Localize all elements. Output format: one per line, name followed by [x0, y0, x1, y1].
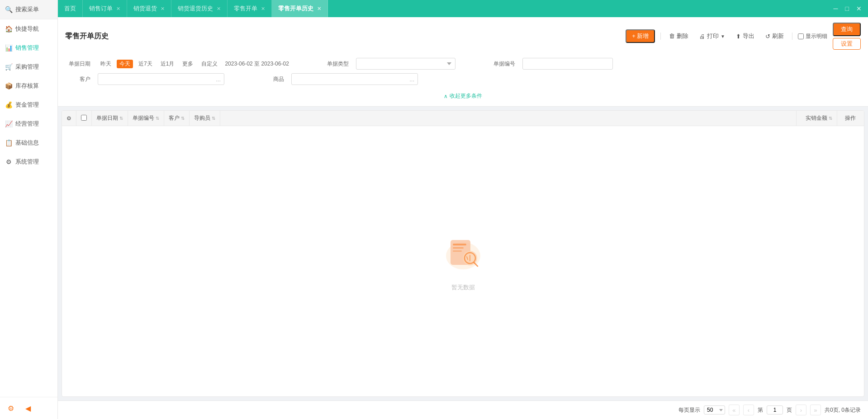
- date-7days[interactable]: 近7天: [136, 60, 155, 68]
- goods-dots[interactable]: ...: [409, 76, 414, 83]
- th-customer-label: 客户: [169, 114, 180, 122]
- th-doc-date[interactable]: 单据日期 ⇅: [92, 111, 128, 126]
- show-detail-input[interactable]: [798, 33, 804, 39]
- table-wrapper: ⚙ 单据日期 ⇅ 单据编号: [62, 110, 864, 397]
- select-all-checkbox[interactable]: [81, 115, 87, 121]
- th-settings[interactable]: ⚙: [62, 111, 76, 126]
- last-page-btn[interactable]: »: [810, 405, 821, 415]
- next-page-btn[interactable]: ›: [796, 405, 806, 415]
- show-detail-checkbox[interactable]: 显示明细: [798, 33, 827, 40]
- date-today[interactable]: 今天: [117, 60, 133, 68]
- search-icon: 🔍: [5, 5, 13, 14]
- doc-date-sort-icon: ⇅: [119, 116, 123, 121]
- per-page-select[interactable]: 10 20 50 100: [704, 405, 725, 414]
- print-button[interactable]: 🖨 🖨 打印 打印 ▼: [697, 31, 728, 42]
- delete-button[interactable]: 🗑 删除: [666, 31, 691, 42]
- tab-sales-order[interactable]: 销售订单 ✕: [83, 0, 127, 17]
- th-doc-date-label: 单据日期: [96, 114, 118, 122]
- th-checkbox[interactable]: [76, 111, 92, 126]
- date-1month[interactable]: 近1月: [158, 60, 177, 68]
- sidebar-item-inventory[interactable]: 📦 库存核算: [0, 76, 57, 95]
- tab-retail-open-close[interactable]: ✕: [261, 6, 265, 12]
- close-btn[interactable]: ✕: [854, 4, 863, 13]
- th-customer[interactable]: 客户 ⇅: [164, 111, 190, 126]
- print-dropdown-icon: ▼: [721, 34, 725, 39]
- tab-home-label: 首页: [64, 5, 76, 13]
- doc-no-input[interactable]: [522, 58, 613, 70]
- sidebar-item-sales-mgmt[interactable]: 📊 销售管理: [0, 38, 57, 57]
- date-custom[interactable]: 自定义: [199, 60, 220, 68]
- minimize-btn[interactable]: ─: [832, 4, 840, 13]
- empty-state: 暂无数据: [62, 126, 864, 396]
- settings-icon: ⚙: [66, 115, 71, 122]
- tab-retail-open[interactable]: 零售开单 ✕: [228, 0, 272, 17]
- sidebar-item-label: 采购管理: [15, 63, 39, 71]
- quick-nav-icon: 🏠: [5, 25, 13, 33]
- tab-sales-return[interactable]: 销货退货 ✕: [127, 0, 171, 17]
- page-number-input[interactable]: [767, 405, 783, 414]
- total-info: 共0页, 0条记录: [825, 406, 861, 414]
- tab-home[interactable]: 首页: [58, 0, 83, 17]
- date-yesterday[interactable]: 昨天: [98, 60, 114, 68]
- th-action-label: 操作: [845, 115, 856, 121]
- inventory-icon: 📦: [5, 82, 13, 90]
- sidebar-item-label: 库存核算: [15, 82, 39, 90]
- sidebar-search-label: 搜索采单: [15, 5, 39, 14]
- doc-no-label: 单据编号: [490, 60, 515, 68]
- prev-page-btn[interactable]: ‹: [743, 405, 754, 415]
- customer-input[interactable]: [98, 73, 224, 85]
- goods-input[interactable]: [291, 73, 418, 85]
- customer-dots[interactable]: ...: [216, 76, 221, 83]
- sales-mgmt-icon: 📊: [5, 44, 13, 52]
- tab-sales-return-history[interactable]: 销货退货历史 ✕: [171, 0, 228, 17]
- doc-type-select[interactable]: [356, 58, 455, 70]
- sidebar-item-quick-nav[interactable]: 🏠 快捷导航: [0, 19, 57, 38]
- svg-rect-3: [453, 247, 464, 249]
- tab-retail-open-history-label: 零售开单历史: [278, 5, 313, 13]
- show-detail-label: 显示明细: [806, 33, 827, 40]
- first-page-icon: «: [732, 407, 735, 414]
- settings-footer-icon[interactable]: ⚙: [5, 402, 17, 414]
- first-page-btn[interactable]: «: [729, 405, 740, 415]
- sidebar-item-purchase-mgmt[interactable]: 🛒 采购管理: [0, 57, 57, 76]
- sidebar-item-operations[interactable]: 📈 经营管理: [0, 114, 57, 133]
- tab-sales-return-close[interactable]: ✕: [161, 6, 165, 12]
- collapse-more-btn[interactable]: ∧ 收起更多条件: [444, 90, 482, 102]
- svg-rect-2: [453, 244, 466, 245]
- sidebar-search[interactable]: 🔍 搜索采单: [0, 0, 57, 19]
- date-range-value: 2023-06-02 至 2023-06-02: [225, 60, 289, 68]
- date-shortcuts: 昨天 今天 近7天 近1月 更多 自定义 2023-06-02 至 2023-0…: [98, 60, 289, 68]
- date-more[interactable]: 更多: [180, 60, 196, 68]
- settings-button[interactable]: 设置: [833, 38, 861, 50]
- tab-sales-return-history-close[interactable]: ✕: [217, 6, 221, 12]
- th-doc-no[interactable]: 单据编号 ⇅: [128, 111, 164, 126]
- sidebar-item-label: 基础信息: [15, 139, 39, 147]
- add-button[interactable]: + 新增: [626, 29, 655, 43]
- tab-sales-order-label: 销售订单: [89, 5, 113, 13]
- sidebar-item-finance[interactable]: 💰 资金管理: [0, 95, 57, 114]
- sidebar-item-label: 快捷导航: [15, 25, 39, 33]
- goods-filter-label: 商品: [259, 75, 284, 83]
- page-label-after: 页: [787, 406, 792, 414]
- refresh-button[interactable]: ↺ 刷新: [763, 31, 787, 42]
- export-button[interactable]: ⬆ 导出: [733, 31, 757, 42]
- collapse-sidebar-icon[interactable]: ◀: [22, 402, 34, 414]
- sidebar-item-sys-mgmt[interactable]: ⚙ 系统管理: [0, 152, 57, 171]
- query-button[interactable]: 查询: [833, 23, 861, 36]
- toolbar-divider-2: [792, 33, 792, 40]
- print-icon: 🖨: [699, 33, 705, 40]
- maximize-btn[interactable]: □: [844, 4, 851, 13]
- data-table: ⚙ 单据日期 ⇅ 单据编号: [62, 111, 864, 126]
- tab-retail-open-history-close[interactable]: ✕: [317, 6, 321, 12]
- page-title: 零售开单历史: [65, 32, 109, 41]
- tab-retail-open-history[interactable]: 零售开单历史 ✕: [272, 0, 328, 17]
- tab-sales-order-close[interactable]: ✕: [116, 6, 120, 12]
- filter-area: 单据日期 昨天 今天 近7天 近1月 更多 自定义 2023-06-02 至 2…: [65, 54, 861, 106]
- th-salesperson[interactable]: 导购员 ⇅: [190, 111, 220, 126]
- sidebar-item-base-info[interactable]: 📋 基础信息: [0, 133, 57, 152]
- finance-icon: 💰: [5, 101, 13, 109]
- th-actual-amount[interactable]: 实销金额 ⇅: [796, 111, 837, 126]
- next-page-icon: ›: [800, 407, 802, 414]
- content-area: 零售开单历史 + 新增 🗑 删除 🖨 🖨 打印 打印 ▼ ⬆ 导出: [58, 17, 868, 419]
- empty-icon: [441, 231, 486, 276]
